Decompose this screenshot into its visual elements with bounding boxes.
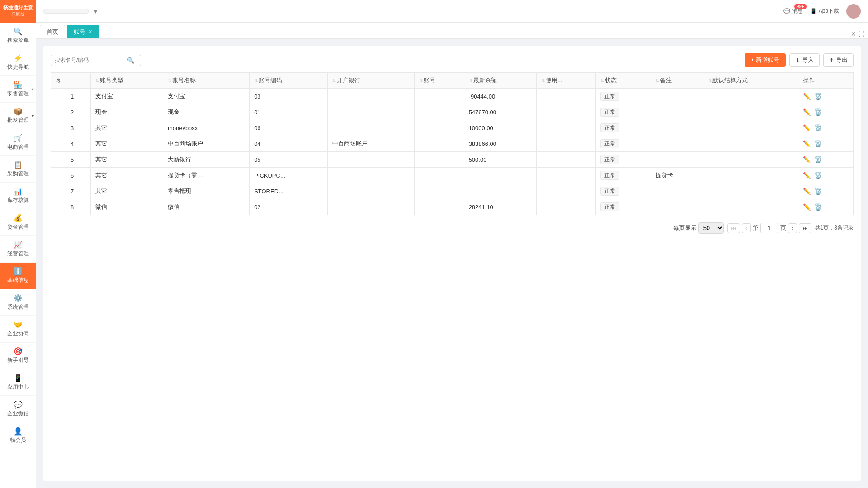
usage-col-header[interactable]: ⇅使用...	[536, 73, 595, 89]
row-balance-3: 383866.00	[464, 136, 536, 152]
sidebar-icon-system-mgmt: ⚙️	[14, 294, 23, 302]
sidebar-label-enterprise-wechat: 企业微信	[7, 410, 29, 418]
row-status-1: 正常	[596, 104, 651, 120]
status-col-header[interactable]: ⇅状态	[596, 73, 651, 89]
sidebar-item-inventory[interactable]: 📊库存核算	[0, 183, 36, 209]
per-page-select[interactable]: 50 20 100	[698, 222, 724, 234]
next-page-button[interactable]: ›	[788, 223, 797, 233]
row-usage-7	[536, 199, 595, 215]
sidebar-item-enterprise-wechat[interactable]: 💬企业微信	[0, 396, 36, 422]
settings-col-header[interactable]: ⚙	[51, 73, 66, 89]
app-download-button[interactable]: 📱 App下载	[810, 7, 839, 15]
sidebar-item-app-center[interactable]: 📱应用中心	[0, 369, 36, 396]
num-col-header	[66, 73, 91, 89]
edit-icon-1[interactable]: ✏️	[803, 108, 811, 116]
row-type-2: 其它	[90, 120, 163, 136]
sidebar-label-member: 畅会员	[10, 436, 26, 444]
row-name-0: 支付宝	[163, 89, 249, 104]
sidebar-item-search[interactable]: 🔍搜索菜单	[0, 23, 36, 49]
delete-icon-0[interactable]: 🗑️	[814, 93, 822, 100]
edit-icon-3[interactable]: ✏️	[803, 140, 811, 147]
search-input[interactable]	[55, 57, 127, 63]
delete-icon-4[interactable]: 🗑️	[814, 156, 822, 163]
table-row: 3 其它 moneybosx 06 10000.00 正常 ✏️ 🗑️	[51, 120, 854, 136]
code-col-header[interactable]: ⇅账号编码	[250, 73, 328, 89]
row-bank-1	[328, 104, 414, 120]
row-balance-4: 500.00	[464, 152, 536, 168]
sidebar-label-retail-mgmt: 零售管理	[7, 90, 29, 98]
row-name-6: 零售抵现	[163, 183, 249, 199]
edit-icon-0[interactable]: ✏️	[803, 93, 811, 100]
page-number-input[interactable]	[760, 223, 778, 233]
message-button[interactable]: 💬 消息 99+	[783, 7, 803, 15]
tab-accounts[interactable]: 账号✕	[67, 25, 99, 38]
content-panel: 🔍 + 新增账号 ⬇ 导入 ⬆ 导出	[43, 46, 861, 481]
tab-home[interactable]: 首页	[40, 25, 65, 38]
user-avatar[interactable]	[846, 4, 861, 19]
row-account-2	[414, 120, 464, 136]
delete-icon-6[interactable]: 🗑️	[814, 188, 822, 195]
row-status-4: 正常	[596, 152, 651, 168]
sidebar-label-wholesale-mgmt: 批发管理	[7, 117, 29, 124]
delete-icon-3[interactable]: 🗑️	[814, 140, 822, 147]
account-col-header[interactable]: ⇅账号	[414, 73, 464, 89]
sidebar-item-new-guide[interactable]: 🎯新手引导	[0, 343, 36, 369]
bank-col-header[interactable]: ⇅开户银行	[328, 73, 414, 89]
delete-icon-5[interactable]: 🗑️	[814, 172, 822, 179]
prev-page-button[interactable]: ‹	[742, 223, 751, 233]
window-controls: ✕ ⛶	[851, 30, 864, 38]
close-window-button[interactable]: ✕	[851, 30, 856, 38]
sidebar-icon-retail-mgmt: 🏪	[14, 80, 23, 89]
maximize-window-button[interactable]: ⛶	[858, 30, 864, 38]
sidebar-item-enterprise-agreement[interactable]: 🤝企业协同	[0, 316, 36, 343]
per-page-label: 每页显示	[673, 224, 697, 232]
type-col-header[interactable]: ⇅账号类型	[90, 73, 163, 89]
edit-icon-5[interactable]: ✏️	[803, 172, 811, 179]
pagination-bar: 每页显示 50 20 100 ⏮ ‹ 第 页 › ⏭ 共1页，8条记录	[51, 222, 854, 234]
sidebar-item-retail-mgmt[interactable]: 🏪零售管理▾	[0, 76, 36, 103]
row-default-settle-3	[703, 136, 798, 152]
row-settings-1	[51, 104, 66, 120]
sidebar-item-finance-mgmt[interactable]: 💰资金管理	[0, 209, 36, 236]
sidebar-item-ecommerce-mgmt[interactable]: 🛒电商管理	[0, 129, 36, 156]
remark-col-header[interactable]: ⇅备注	[651, 73, 703, 89]
sidebar-item-quick-nav[interactable]: ⚡快捷导航	[0, 49, 36, 76]
row-remark-0	[651, 89, 703, 104]
sidebar-label-search: 搜索菜单	[7, 37, 29, 44]
toolbar: 🔍 + 新增账号 ⬇ 导入 ⬆ 导出	[51, 53, 854, 67]
sidebar-item-wholesale-mgmt[interactable]: 📦批发管理▾	[0, 103, 36, 129]
default-settle-col-header[interactable]: ⇅默认结算方式	[703, 73, 798, 89]
delete-icon-7[interactable]: 🗑️	[814, 203, 822, 211]
delete-icon-2[interactable]: 🗑️	[814, 124, 822, 131]
search-icon[interactable]: 🔍	[127, 57, 134, 64]
sidebar-item-member[interactable]: 👤畅会员	[0, 422, 36, 449]
tab-label-accounts: 账号	[74, 28, 85, 36]
sidebar-icon-finance-mgmt: 💰	[14, 214, 23, 222]
sidebar-label-ecommerce-mgmt: 电商管理	[7, 143, 29, 151]
edit-icon-7[interactable]: ✏️	[803, 203, 811, 211]
row-num-2: 3	[66, 120, 91, 136]
edit-icon-6[interactable]: ✏️	[803, 188, 811, 195]
balance-col-header[interactable]: ⇅最新余额	[464, 73, 536, 89]
sidebar-item-system-mgmt[interactable]: ⚙️系统管理	[0, 289, 36, 316]
tab-close-accounts[interactable]: ✕	[88, 29, 92, 35]
sidebar-item-basic-info[interactable]: ℹ️基础信息	[0, 263, 36, 289]
top-search-box[interactable]	[43, 9, 89, 14]
edit-icon-2[interactable]: ✏️	[803, 124, 811, 131]
add-account-button[interactable]: + 新增账号	[745, 53, 786, 67]
name-col-header[interactable]: ⇅账号名称	[163, 73, 249, 89]
import-button[interactable]: ⬇ 导入	[789, 53, 820, 67]
first-page-button[interactable]: ⏮	[727, 223, 740, 233]
edit-icon-4[interactable]: ✏️	[803, 156, 811, 163]
table-header: ⚙ ⇅账号类型 ⇅账号名称 ⇅账号编码 ⇅开户银行 ⇅账号 ⇅最新余额 ⇅使用.…	[51, 73, 854, 89]
delete-icon-1[interactable]: 🗑️	[814, 108, 822, 116]
sidebar-item-operations-mgmt[interactable]: 📈经营管理	[0, 236, 36, 263]
export-button[interactable]: ⬆ 导出	[823, 53, 854, 67]
row-type-3: 其它	[90, 136, 163, 152]
phone-icon: 📱	[810, 8, 817, 14]
last-page-button[interactable]: ⏭	[799, 223, 811, 233]
sidebar-item-purchase-mgmt[interactable]: 📋采购管理	[0, 156, 36, 183]
row-bank-5	[328, 168, 414, 183]
dropdown-icon[interactable]: ▾	[94, 8, 97, 15]
export-icon: ⬆	[829, 57, 834, 64]
